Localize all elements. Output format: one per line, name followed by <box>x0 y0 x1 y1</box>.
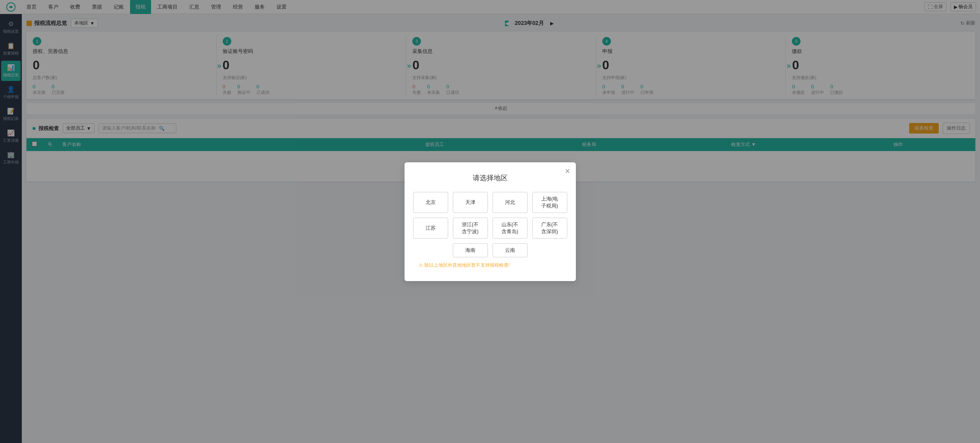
modal-region-row-2: 江苏 浙江(不含宁波) 山东(不含青岛) 广东(不含深圳) <box>419 218 562 239</box>
warning-icon: ⚠ <box>419 262 423 268</box>
region-shanghai[interactable]: 上海(电子税局) <box>532 192 567 213</box>
region-jiangsu[interactable]: 江苏 <box>413 218 448 239</box>
modal-warning: ⚠ 除以上地区外其他地区暂不支持报税检查! <box>419 262 562 269</box>
region-shandong[interactable]: 山东(不含青岛) <box>493 218 528 239</box>
region-beijing[interactable]: 北京 <box>413 192 448 213</box>
region-guangdong[interactable]: 广东(不含深圳) <box>532 218 567 239</box>
region-hainan[interactable]: 海南 <box>453 243 488 257</box>
modal-close-button[interactable]: ✕ <box>565 168 570 175</box>
modal-region-row-3: 海南 云南 <box>419 243 562 257</box>
region-hebei[interactable]: 河北 <box>493 192 528 213</box>
modal-title: 请选择地区 <box>419 173 562 183</box>
region-yunnan[interactable]: 云南 <box>493 243 528 257</box>
modal-region-row-1: 北京 天津 河北 上海(电子税局) <box>419 192 562 213</box>
region-tianjin[interactable]: 天津 <box>453 192 488 213</box>
region-zhejiang[interactable]: 浙江(不含宁波) <box>453 218 488 239</box>
region-select-modal: ✕ 请选择地区 北京 天津 河北 上海(电子税局) 江苏 浙江(不含宁波) 山东… <box>405 162 576 281</box>
modal-overlay[interactable]: ✕ 请选择地区 北京 天津 河北 上海(电子税局) 江苏 浙江(不含宁波) 山东… <box>0 0 980 443</box>
